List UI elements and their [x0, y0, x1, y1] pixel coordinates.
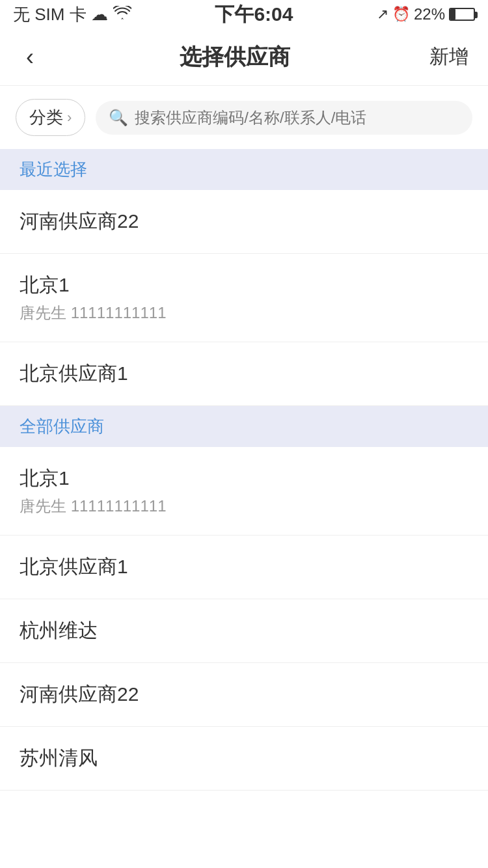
recent-section-header: 最近选择 [0, 149, 488, 190]
add-button[interactable]: 新增 [429, 44, 468, 70]
recent-section-label: 最近选择 [20, 159, 87, 179]
item-name: 苏州清风 [20, 745, 468, 772]
nav-bar: ‹ 选择供应商 新增 [0, 29, 488, 86]
list-item[interactable]: 河南供应商22 [0, 663, 488, 727]
category-filter[interactable]: 分类 › [16, 99, 85, 136]
filter-bar: 分类 › 🔍 [0, 86, 488, 149]
back-button[interactable]: ‹ [20, 37, 40, 77]
status-time: 下午6:04 [215, 1, 293, 28]
battery-percent: 22% [414, 5, 445, 23]
item-name: 北京1 [20, 465, 468, 492]
item-sub: 唐先生 11111111111 [20, 496, 468, 517]
no-sim-text: 无 SIM 卡 ☁ [13, 3, 108, 26]
recent-list: 河南供应商22北京1唐先生 11111111111北京供应商1 [0, 190, 488, 406]
search-input[interactable] [135, 109, 459, 127]
item-name: 河南供应商22 [20, 208, 468, 235]
item-name: 北京供应商1 [20, 554, 468, 580]
search-icon: 🔍 [109, 109, 128, 127]
item-name: 北京1 [20, 272, 468, 299]
category-label: 分类 [29, 106, 63, 129]
item-name: 河南供应商22 [20, 681, 468, 708]
list-item[interactable]: 河南供应商22 [0, 190, 488, 254]
alarm-icon: ⏰ [392, 6, 410, 23]
location-icon: ↗ [377, 6, 388, 23]
list-item[interactable]: 苏州清风 [0, 727, 488, 791]
list-item[interactable]: 北京供应商1 [0, 536, 488, 599]
all-section-header: 全部供应商 [0, 406, 488, 447]
search-box[interactable]: 🔍 [96, 101, 472, 135]
item-name: 北京供应商1 [20, 360, 468, 387]
all-list: 北京1唐先生 11111111111北京供应商1杭州维达河南供应商22苏州清风 [0, 447, 488, 791]
status-left: 无 SIM 卡 ☁ [13, 3, 131, 26]
status-right: ↗ ⏰ 22% [377, 5, 475, 23]
list-item[interactable]: 北京供应商1 [0, 342, 488, 406]
wifi-icon [113, 5, 131, 25]
item-name: 杭州维达 [20, 617, 468, 644]
all-section-label: 全部供应商 [20, 416, 104, 436]
list-item[interactable]: 北京1唐先生 11111111111 [0, 254, 488, 342]
battery-icon [449, 8, 475, 21]
list-item[interactable]: 杭州维达 [0, 599, 488, 663]
page-title: 选择供应商 [180, 42, 290, 72]
list-item[interactable]: 北京1唐先生 11111111111 [0, 447, 488, 536]
chevron-right-icon: › [67, 109, 72, 126]
item-sub: 唐先生 11111111111 [20, 303, 468, 323]
status-bar: 无 SIM 卡 ☁ 下午6:04 ↗ ⏰ 22% [0, 0, 488, 29]
